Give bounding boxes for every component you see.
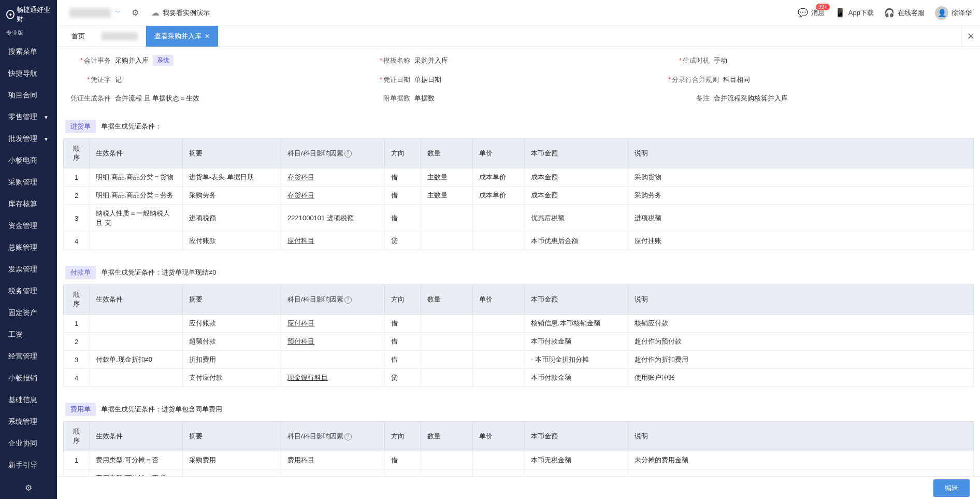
- cell-summary: 折扣费用: [183, 351, 281, 369]
- table-2: 顺序生效条件摘要科目/科目影响因素?方向数量单价本币金额说明 1应付账款应付科目…: [63, 284, 974, 387]
- sidebar-item-label: 发票管理: [8, 265, 37, 274]
- chevron-down-icon: ﹀: [115, 8, 121, 17]
- section-cond-2: 单据生成凭证条件：进货单现单现结≠0: [101, 268, 216, 277]
- table-1: 顺序生效条件摘要科目/科目影响因素?方向数量单价本币金额说明 1明细.商品.商品…: [63, 138, 974, 250]
- sidebar-item-0[interactable]: 搜索菜单: [0, 41, 57, 63]
- header-user[interactable]: 👤 徐泽华: [935, 6, 972, 20]
- sidebar-item-label: 总账管理: [8, 243, 37, 252]
- org-selector[interactable]: ﹀: [65, 6, 125, 20]
- col-header-desc: 说明: [628, 139, 974, 168]
- form-section: *会计事务 采购并入库 系统 *模板名称 采购并入库 *生成时机 手动: [63, 47, 974, 115]
- sidebar-item-18[interactable]: 企业协同: [0, 433, 57, 454]
- sidebar-item-10[interactable]: 发票管理: [0, 259, 57, 280]
- demo-link[interactable]: ☁ 我要看实例演示: [151, 8, 210, 18]
- cell-cond: 费用类型.可分摊＝否: [90, 451, 183, 469]
- cell-amt: 本币付款金额: [525, 369, 628, 387]
- sidebar-item-1[interactable]: 快捷导航: [0, 63, 57, 84]
- header-download[interactable]: 📱 App下载: [835, 8, 874, 18]
- edit-button[interactable]: 编辑: [933, 479, 970, 497]
- sidebar-item-label: 快捷导航: [8, 69, 37, 78]
- section-tab-1[interactable]: 进货单: [65, 120, 96, 133]
- sidebar-item-12[interactable]: 固定资产: [0, 302, 57, 324]
- sidebar-item-17[interactable]: 系统管理: [0, 411, 57, 433]
- cell-desc: 进项税额: [628, 205, 974, 232]
- col-header-amt: 本币金额: [525, 139, 628, 168]
- cell-desc: 使用账户冲账: [628, 369, 974, 387]
- sidebar-item-4[interactable]: 批发管理▼: [0, 128, 57, 150]
- header-message[interactable]: 💬 消息 99+: [798, 8, 825, 18]
- field-template-name: 采购并入库: [414, 56, 448, 65]
- cell-cond: [90, 315, 183, 333]
- tab-active[interactable]: 查看采购并入库 ✕: [146, 26, 218, 47]
- col-header-subject: 科目/科目影响因素?: [281, 139, 385, 168]
- cell-amt: 本币付款金额: [525, 333, 628, 351]
- sidebar-item-label: 项目合同: [8, 91, 37, 100]
- cell-qty: [421, 315, 473, 333]
- sidebar-item-label: 搜索菜单: [8, 47, 37, 56]
- sidebar-item-2[interactable]: 项目合同: [0, 84, 57, 106]
- cell-desc: 应付挂账: [628, 232, 974, 250]
- cell-summary: 应付账款: [183, 315, 281, 333]
- headset-icon: 🎧: [884, 8, 895, 18]
- phone-icon: 📱: [835, 8, 845, 18]
- sidebar: ✦ 畅捷通好业财 专业版 搜索菜单快捷导航项目合同零售管理▼批发管理▼小畅电商采…: [0, 0, 57, 499]
- cell-desc: 采购劳务: [628, 187, 974, 205]
- cell-dir: 借: [385, 187, 421, 205]
- cell-seq: 2: [64, 187, 90, 205]
- sidebar-item-15[interactable]: 小畅报销: [0, 367, 57, 389]
- col-header-qty: 数量: [421, 422, 473, 451]
- help-icon[interactable]: ?: [344, 150, 352, 158]
- cell-seq: 4: [64, 369, 90, 387]
- cell-cond: 明细.商品.商品分类＝货物: [90, 168, 183, 187]
- table-row: 1费用类型.可分摊＝否采购费用费用科目借本币无税金额未分摊的费用金额: [64, 451, 974, 469]
- sidebar-item-3[interactable]: 零售管理▼: [0, 106, 57, 128]
- cell-seq: 1: [64, 315, 90, 333]
- field-attach-count: 单据数: [414, 94, 435, 103]
- cell-dir: 借: [385, 205, 421, 232]
- sidebar-item-label: 固定资产: [8, 308, 37, 318]
- table-row: 4应付账款应付科目贷本币优惠后金额应付挂账: [64, 232, 974, 250]
- cell-qty: [421, 451, 473, 469]
- close-all-icon[interactable]: ✕: [961, 26, 980, 47]
- section-tab-3[interactable]: 费用单: [65, 403, 96, 416]
- cell-subject: 存货科目: [281, 187, 385, 205]
- sidebar-item-16[interactable]: 基础信息: [0, 389, 57, 411]
- cell-cond: [90, 232, 183, 250]
- cell-summary: 进货单-表头.单据日期: [183, 168, 281, 187]
- close-icon[interactable]: ✕: [205, 33, 210, 40]
- sidebar-item-8[interactable]: 资金管理: [0, 215, 57, 237]
- sidebar-item-13[interactable]: 工资: [0, 324, 57, 346]
- cell-subject: 费用科目: [281, 451, 385, 469]
- tab-redacted[interactable]: [93, 26, 146, 47]
- sidebar-item-11[interactable]: 税务管理: [0, 280, 57, 302]
- cell-subject: 预付科目: [281, 333, 385, 351]
- sidebar-settings-icon[interactable]: ⚙: [0, 477, 57, 499]
- brand-icon: ✦: [6, 10, 15, 19]
- table-row: 3纳税人性质＝一般纳税人 且 支进项税额2221000101 进项税额借优惠后税…: [64, 205, 974, 232]
- cell-cond: 明细.商品.商品分类＝劳务: [90, 187, 183, 205]
- tab-home[interactable]: 首页: [63, 26, 93, 47]
- sidebar-item-label: 库存核算: [8, 199, 37, 209]
- sidebar-item-19[interactable]: 新手引导: [0, 454, 57, 476]
- section-tab-2[interactable]: 付款单: [65, 266, 96, 279]
- sidebar-item-6[interactable]: 采购管理: [0, 172, 57, 193]
- col-header-subject: 科目/科目影响因素?: [281, 285, 385, 315]
- col-header-seq: 顺序: [64, 139, 90, 168]
- sidebar-item-label: 批发管理: [8, 134, 37, 144]
- section-header-3: 费用单 单据生成凭证条件：进货单包含同单费用: [63, 397, 974, 421]
- cell-seq: 4: [64, 232, 90, 250]
- cell-amt: - 本币现金折扣分摊: [525, 351, 628, 369]
- sidebar-item-14[interactable]: 经营管理: [0, 346, 57, 367]
- sidebar-item-7[interactable]: 库存核算: [0, 193, 57, 215]
- sidebar-item-label: 零售管理: [8, 112, 37, 122]
- sidebar-item-9[interactable]: 总账管理: [0, 237, 57, 259]
- settings-icon[interactable]: ⚙: [129, 7, 141, 19]
- header-service[interactable]: 🎧 在线客服: [884, 8, 925, 18]
- cell-seq: 3: [64, 205, 90, 232]
- cell-cond: 付款单.现金折扣≠0: [90, 351, 183, 369]
- cell-cond: 纳税人性质＝一般纳税人 且 支: [90, 205, 183, 232]
- help-icon[interactable]: ?: [344, 433, 352, 440]
- sidebar-item-5[interactable]: 小畅电商: [0, 150, 57, 172]
- cell-qty: [421, 333, 473, 351]
- help-icon[interactable]: ?: [344, 296, 352, 304]
